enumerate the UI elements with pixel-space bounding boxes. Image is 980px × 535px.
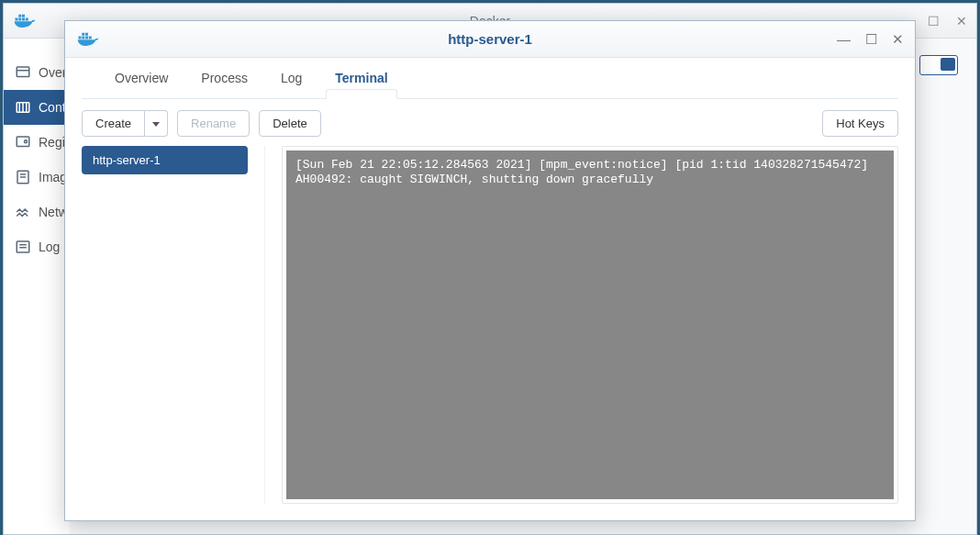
sidebar-item-log[interactable]: Log — [4, 229, 70, 264]
rename-button[interactable]: Rename — [177, 110, 250, 137]
sidebar-item-container[interactable]: Container — [4, 90, 70, 125]
create-button[interactable]: Create — [82, 110, 145, 137]
svg-rect-25 — [89, 36, 92, 39]
terminal-panel: [Sun Feb 21 22:05:12.284563 2021] [mpm_e… — [282, 146, 898, 504]
svg-rect-6 — [17, 67, 29, 77]
modal-close-button[interactable]: ✕ — [892, 32, 904, 46]
modal-minimize-button[interactable]: — — [837, 32, 851, 46]
terminal-list: http-server-1 — [82, 146, 265, 504]
modal-window-controls: — ☐ ✕ — [837, 32, 904, 46]
svg-rect-0 — [16, 17, 18, 20]
tab-overview[interactable]: Overview — [115, 58, 168, 98]
svg-rect-22 — [85, 36, 88, 39]
modal-titlebar[interactable]: http-server-1 — ☐ ✕ — [65, 21, 915, 58]
svg-rect-4 — [22, 14, 25, 17]
modal-toolbar: Create Rename Delete Hot Keys — [65, 99, 915, 146]
sidebar-item-image[interactable]: Image — [4, 160, 70, 195]
svg-rect-23 — [82, 32, 84, 35]
bg-sidebar: Overview Container Registry Image Networ… — [4, 39, 70, 534]
docker-logo-icon — [76, 29, 100, 50]
terminal-window: http-server-1 — ☐ ✕ Overview Process Log… — [64, 20, 916, 521]
modal-maximize-button[interactable]: ☐ — [865, 32, 877, 46]
tab-process[interactable]: Process — [201, 58, 248, 98]
sidebar-item-network[interactable]: Network — [4, 195, 70, 229]
sidebar-item-registry[interactable]: Registry — [4, 125, 70, 160]
list-item[interactable]: http-server-1 — [82, 146, 248, 174]
svg-rect-20 — [79, 36, 82, 39]
tab-log[interactable]: Log — [281, 58, 302, 98]
docker-logo-icon — [13, 11, 37, 31]
create-dropdown-button[interactable] — [145, 110, 168, 137]
svg-rect-2 — [22, 17, 25, 20]
sidebar-item-overview[interactable]: Overview — [4, 55, 70, 90]
modal-content: http-server-1 [Sun Feb 21 22:05:12.28456… — [65, 146, 915, 520]
container-toggle[interactable] — [919, 55, 958, 75]
terminal-output[interactable]: [Sun Feb 21 22:05:12.284563 2021] [mpm_e… — [286, 150, 894, 499]
modal-title: http-server-1 — [448, 31, 532, 47]
bg-close-button[interactable]: ✕ — [956, 14, 967, 28]
svg-rect-3 — [18, 14, 21, 17]
create-button-group: Create — [82, 110, 168, 137]
delete-button[interactable]: Delete — [259, 110, 321, 137]
tab-terminal[interactable]: Terminal — [335, 58, 387, 98]
modal-tabs: Overview Process Log Terminal — [82, 58, 898, 99]
svg-point-13 — [25, 140, 28, 143]
bg-maximize-button[interactable]: ☐ — [928, 14, 940, 28]
svg-rect-24 — [85, 32, 88, 35]
svg-rect-5 — [26, 17, 28, 20]
chevron-down-icon — [152, 122, 160, 127]
sidebar-label: Log — [39, 240, 60, 254]
svg-rect-1 — [18, 17, 21, 20]
hotkeys-button[interactable]: Hot Keys — [822, 110, 898, 137]
svg-rect-21 — [82, 36, 84, 39]
